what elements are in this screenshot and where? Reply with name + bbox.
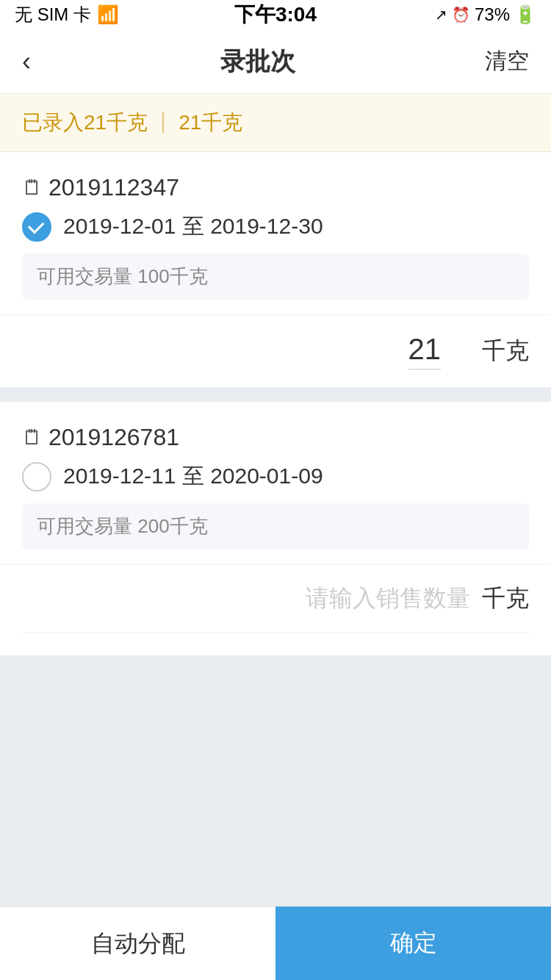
back-button[interactable]: ‹ xyxy=(22,46,31,77)
summary-amount: 21千克 xyxy=(179,109,242,137)
status-right: ↗ ⏰ 73% 🔋 xyxy=(435,4,536,25)
batch-1-date: 2019-12-01 至 2019-12-30 xyxy=(63,212,323,242)
batch-item-2: 🗒 2019126781 2019-12-11 至 2020-01-09 可用交… xyxy=(0,402,551,655)
batch-item-1: 🗒 2019112347 2019-12-01 至 2019-12-30 可用交… xyxy=(0,152,551,387)
location-icon: ↗ xyxy=(435,6,447,24)
section-separator-1 xyxy=(0,387,551,402)
nav-bar: ‹ 录批次 清空 xyxy=(0,29,551,94)
status-bar: 无 SIM 卡 📶 下午3:04 ↗ ⏰ 73% 🔋 xyxy=(0,0,551,29)
batch-2-date-row[interactable]: 2019-12-11 至 2020-01-09 xyxy=(22,461,529,491)
main-content: 🗒 2019112347 2019-12-01 至 2019-12-30 可用交… xyxy=(0,152,551,980)
batch-1-radio[interactable] xyxy=(22,212,51,242)
batch-2-unit: 千克 xyxy=(482,583,529,615)
batch-2-date: 2019-12-11 至 2020-01-09 xyxy=(63,461,323,491)
batch-1-header: 🗒 2019112347 xyxy=(22,174,529,201)
confirm-button[interactable]: 确定 xyxy=(276,907,551,980)
batch-1-qty-value[interactable]: 21 xyxy=(408,333,442,370)
battery-icon: 🔋 xyxy=(514,4,536,25)
page-title: 录批次 xyxy=(220,45,295,79)
batch-1-id: 2019112347 xyxy=(48,174,179,201)
batch-2-doc-icon: 🗒 xyxy=(22,425,43,450)
batch-2-header: 🗒 2019126781 xyxy=(22,424,529,451)
batch-2-input-row[interactable]: 请输入销售数量 千克 xyxy=(0,564,551,633)
batch-2-id: 2019126781 xyxy=(48,424,179,451)
batch-1-available: 可用交易量 100千克 xyxy=(22,253,529,300)
batch-2-radio[interactable] xyxy=(22,462,51,491)
battery-text: 73% xyxy=(475,4,510,25)
summary-divider xyxy=(162,112,164,133)
status-left: 无 SIM 卡 📶 xyxy=(15,3,119,26)
batch-1-unit: 千克 xyxy=(482,335,529,367)
summary-label: 已录入21千克 xyxy=(22,109,148,137)
no-sim-text: 无 SIM 卡 xyxy=(15,3,91,26)
wifi-icon: 📶 xyxy=(97,4,119,25)
batch-1-qty-row: 21 千克 xyxy=(0,314,551,387)
batch-1-date-row[interactable]: 2019-12-01 至 2019-12-30 xyxy=(22,212,529,242)
status-time: 下午3:04 xyxy=(234,1,317,29)
bottom-bar: 自动分配 确定 xyxy=(0,907,551,980)
summary-bar: 已录入21千克 21千克 xyxy=(0,94,551,152)
batch-1-doc-icon: 🗒 xyxy=(22,176,43,200)
alarm-icon: ⏰ xyxy=(452,6,470,24)
clear-button[interactable]: 清空 xyxy=(485,46,529,76)
batch-2-available: 可用交易量 200千克 xyxy=(22,503,529,550)
batch-2-placeholder: 请输入销售数量 xyxy=(306,583,470,615)
auto-distribute-button[interactable]: 自动分配 xyxy=(0,907,276,980)
